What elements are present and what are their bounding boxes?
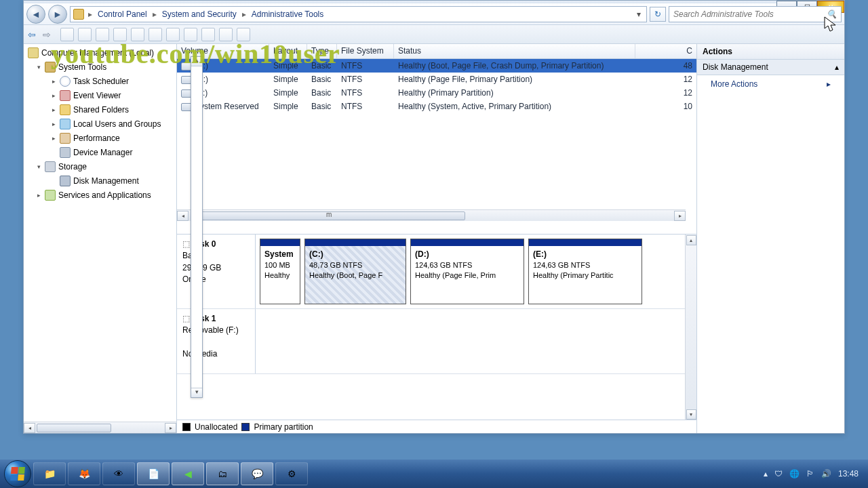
- taskbar-app-button[interactable]: 👁: [102, 462, 135, 485]
- tree-item[interactable]: ▸Performance: [24, 131, 176, 145]
- partition-box[interactable]: (C:)48,73 GB NTFSHealthy (Boot, Page F: [304, 239, 406, 304]
- taskbar-app-button[interactable]: ⚙: [275, 462, 308, 485]
- tool-button[interactable]: [184, 28, 197, 41]
- tool-button[interactable]: [131, 28, 144, 41]
- nav-back-button[interactable]: ◄: [26, 5, 45, 24]
- table-header[interactable]: Volume Layout Type File System Status C: [177, 44, 696, 59]
- disk-row[interactable]: ⬚ Disk 1 Removable (F:) No Media: [177, 309, 696, 374]
- taskbar[interactable]: 📁 🦊 👁 📄 ◀ 🗂 💬 ⚙ ▴ 🛡 🌐 🏳 🔊 13:48: [0, 460, 868, 488]
- table-row[interactable]: (C:) Simple Basic NTFS Healthy (Boot, Pa…: [177, 59, 696, 73]
- tree-root[interactable]: Computer Management (Local): [24, 45, 176, 60]
- tree-storage[interactable]: ▾Storage: [24, 159, 176, 174]
- tree-pane[interactable]: Computer Management (Local) ▾System Tool…: [24, 44, 177, 433]
- col-capacity[interactable]: C: [635, 44, 696, 58]
- col-status[interactable]: Status: [394, 44, 635, 58]
- back-icon[interactable]: ⇦: [28, 29, 36, 40]
- tree-label: Services and Applications: [58, 190, 151, 200]
- scroll-thumb[interactable]: [201, 211, 465, 220]
- zoom-slider-popup[interactable]: ▴ ▾: [191, 56, 203, 398]
- taskbar-app-button[interactable]: 💬: [241, 462, 273, 485]
- partition-box[interactable]: (D:)124,63 GB NTFSHealthy (Page File, Pr…: [410, 239, 524, 304]
- chevron-up-icon: ▴: [835, 62, 839, 72]
- tree-system-tools[interactable]: ▾System Tools: [24, 60, 176, 74]
- scroll-left-button[interactable]: ◂: [177, 211, 189, 221]
- tool-button[interactable]: [149, 28, 162, 41]
- partition-box[interactable]: (E:)124,63 GB NTFSHealthy (Primary Parti…: [528, 239, 642, 304]
- breadcrumb[interactable]: Control Panel: [96, 9, 149, 19]
- tray-icon[interactable]: 🌐: [789, 469, 800, 479]
- tool-button[interactable]: [113, 28, 127, 41]
- tray-icon[interactable]: 🏳: [806, 469, 814, 479]
- tree-item-disk-mgmt[interactable]: ▸Disk Management: [24, 174, 176, 188]
- address-bar[interactable]: ▸ Control Panel ▸ System and Security ▸ …: [70, 6, 647, 22]
- collapse-icon[interactable]: ▾: [36, 64, 42, 70]
- legend-label: Unallocated: [195, 422, 237, 432]
- table-row[interactable]: System Reserved Simple Basic NTFS Health…: [177, 100, 696, 113]
- cell: 12: [635, 75, 696, 84]
- tool-button[interactable]: [78, 28, 92, 41]
- scroll-thumb[interactable]: [37, 424, 111, 432]
- tree-item[interactable]: ▸Shared Folders: [24, 102, 176, 117]
- breadcrumb[interactable]: System and Security: [161, 9, 238, 19]
- tree-item[interactable]: ▸Device Manager: [24, 145, 176, 159]
- tool-button[interactable]: [96, 28, 109, 41]
- taskbar-app-button[interactable]: 🦊: [68, 462, 100, 485]
- actions-section[interactable]: Disk Management ▴: [697, 60, 844, 75]
- scroll-left-button[interactable]: ◂: [24, 423, 35, 433]
- tool-button[interactable]: [60, 28, 74, 41]
- breadcrumb[interactable]: Administrative Tools: [250, 9, 326, 19]
- disk-row[interactable]: ⬚ Disk 0 Basic 299,99 GB Online System10…: [177, 235, 696, 309]
- slider-down-button[interactable]: ▾: [191, 388, 202, 397]
- taskbar-app-button[interactable]: 📄: [137, 462, 170, 485]
- expand-icon[interactable]: ▸: [51, 78, 57, 84]
- forward-icon[interactable]: ⇨: [43, 29, 51, 40]
- actions-more[interactable]: More Actions ▸: [697, 75, 844, 93]
- windows-logo-icon: [10, 467, 25, 481]
- start-button[interactable]: [4, 460, 31, 487]
- tree-item[interactable]: ▸Task Scheduler: [24, 74, 176, 88]
- folder-icon: [73, 9, 84, 20]
- tool-button[interactable]: [166, 28, 180, 41]
- h-scrollbar[interactable]: ◂ E m ▸: [177, 209, 686, 221]
- h-scrollbar[interactable]: ◂ ▸: [24, 422, 176, 433]
- taskbar-app-button[interactable]: ◀: [172, 462, 204, 485]
- scroll-up-button[interactable]: ▴: [686, 235, 696, 245]
- scroll-right-button[interactable]: ▸: [674, 211, 686, 221]
- tray-icon[interactable]: 🛡: [774, 469, 783, 479]
- refresh-button[interactable]: ↻: [650, 7, 666, 22]
- address-dropdown[interactable]: ▾: [634, 9, 644, 19]
- tree-item[interactable]: ▸Local Users and Groups: [24, 117, 176, 131]
- scroll-down-button[interactable]: ▾: [686, 409, 696, 420]
- expand-icon[interactable]: ▸: [51, 121, 57, 127]
- expand-icon[interactable]: ▸: [51, 92, 57, 98]
- taskbar-explorer-button[interactable]: 📁: [33, 462, 66, 485]
- expand-icon[interactable]: ▸: [51, 135, 57, 141]
- tree-item[interactable]: ▸Event Viewer: [24, 88, 176, 102]
- col-type[interactable]: Type: [307, 44, 337, 58]
- col-filesystem[interactable]: File System: [337, 44, 394, 58]
- system-tray[interactable]: ▴ 🛡 🌐 🏳 🔊 13:48: [764, 469, 864, 479]
- search-input[interactable]: [673, 9, 827, 19]
- taskbar-app-button[interactable]: 🗂: [206, 462, 239, 485]
- partition-box[interactable]: System100 MBHealthy: [260, 239, 300, 304]
- tray-volume-icon[interactable]: 🔊: [821, 469, 831, 479]
- tool-button[interactable]: [219, 28, 233, 41]
- tray-chevron-icon[interactable]: ▴: [764, 469, 768, 479]
- expand-icon[interactable]: ▸: [51, 106, 57, 113]
- tool-button[interactable]: [201, 28, 215, 41]
- scroll-right-button[interactable]: ▸: [165, 423, 176, 433]
- expand-icon[interactable]: ▸: [36, 192, 42, 198]
- nav-forward-button[interactable]: ►: [48, 5, 67, 24]
- tray-clock[interactable]: 13:48: [838, 469, 859, 479]
- search-box[interactable]: 🔍: [669, 6, 842, 22]
- collapse-icon[interactable]: ▾: [36, 163, 42, 169]
- tree-services[interactable]: ▸Services and Applications: [24, 188, 176, 202]
- col-layout[interactable]: Layout: [269, 44, 307, 58]
- slider-up-button[interactable]: ▴: [191, 57, 202, 66]
- v-scrollbar[interactable]: ▴ ▾: [685, 235, 696, 421]
- table-row[interactable]: (D:) Simple Basic NTFS Healthy (Page Fil…: [177, 73, 696, 86]
- table-row[interactable]: (E:) Simple Basic NTFS Healthy (Primary …: [177, 86, 696, 100]
- tree-label: Event Viewer: [73, 91, 121, 100]
- volume-table[interactable]: Volume Layout Type File System Status C …: [177, 44, 696, 219]
- tool-button[interactable]: [237, 28, 250, 41]
